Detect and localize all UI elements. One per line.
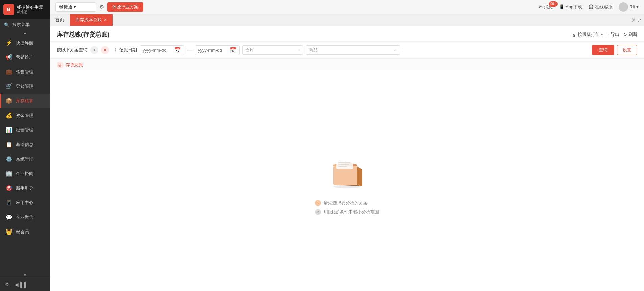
query-button[interactable]: 查询 — [592, 45, 614, 55]
company-name: 畅捷通 — [59, 4, 72, 10]
refresh-button[interactable]: ↻ 刷新 — [623, 31, 637, 38]
nav-icon-inventory: 📦 — [6, 98, 13, 104]
dropdown-chevron-icon: ▾ — [74, 4, 76, 9]
nav-icon-enterprise: 🏢 — [6, 170, 13, 177]
empty-tips: 1 请先选择要分析的方案 2 用[过滤]条件来缩小分析范围 — [315, 200, 379, 215]
sidebar-item-enterprise[interactable]: 🏢企业协同 — [0, 166, 50, 181]
app-download-icon: 📱 — [559, 4, 564, 9]
filter-add-button[interactable]: + — [90, 46, 98, 54]
app-logo: B 畅捷通好生意 标准版 — [0, 0, 50, 19]
sidebar-nav: ⚡快捷导航📢营销推广💼销售管理🛒采购管理📦库存核算💰资金管理📊经营管理📋基础信息… — [0, 35, 50, 273]
svg-rect-0 — [333, 166, 357, 185]
sidebar-item-member[interactable]: 👑畅会员 — [0, 224, 50, 239]
sidebar-item-marketing[interactable]: 📢营销推广 — [0, 50, 50, 65]
scheme-item[interactable]: ◎ 存货总账 — [57, 62, 83, 68]
sidebar-item-beginner[interactable]: 🎯新手引导 — [0, 181, 50, 195]
sidebar-item-operations[interactable]: 📊经营管理 — [0, 123, 50, 137]
product-select[interactable]: 商品 ··· — [306, 45, 400, 55]
panel-resize-icon[interactable]: ⤢ — [637, 17, 641, 23]
empty-illustration-svg — [327, 153, 367, 190]
user-chevron-icon: ▾ — [636, 4, 639, 9]
date-label: 记账日期 — [119, 47, 137, 53]
nav-icon-purchase: 🛒 — [6, 83, 13, 90]
page-title: 库存总账(存货总账) — [57, 30, 572, 39]
filter-label: 按以下方案查询 — [57, 47, 88, 53]
scroll-up-button[interactable]: ▲ — [0, 30, 50, 35]
print-icon: 🖨 — [572, 32, 576, 37]
scheme-label: 存货总账 — [66, 62, 83, 68]
warehouse-select[interactable]: 仓库 ··· — [242, 45, 303, 55]
settings-button[interactable]: 设置 — [617, 45, 637, 55]
filter-clear-button[interactable]: ✕ — [101, 46, 109, 54]
sidebar-item-quick-nav[interactable]: ⚡快捷导航 — [0, 35, 50, 50]
filter-row: 按以下方案查询 + ✕ 《 记账日期 📅 — 📅 仓库 ··· — [57, 45, 637, 55]
warehouse-more-icon: ··· — [297, 48, 300, 52]
user-name: Rit — [629, 4, 635, 9]
message-icon: ✉ — [539, 4, 543, 9]
date-separator: — — [187, 47, 192, 53]
sidebar-item-app-center[interactable]: 📱应用中心 — [0, 195, 50, 210]
sound-footer-icon[interactable]: ◀▐▐ — [15, 282, 26, 288]
svg-marker-5 — [357, 166, 362, 186]
message-button[interactable]: ✉ 消息 99+ — [539, 4, 553, 10]
date-end-field[interactable] — [198, 48, 228, 53]
company-dropdown[interactable]: 畅捷通 ▾ — [55, 2, 96, 12]
search-icon: 🔍 — [4, 22, 9, 27]
page-header-actions: 🖨 按模板打印 ▾ ↑ 导出 ↻ 刷新 — [572, 31, 638, 38]
nav-icon-system: ⚙️ — [6, 156, 13, 162]
nav-icon-quick-nav: ⚡ — [6, 40, 13, 46]
date-start-input[interactable]: 📅 — [140, 45, 184, 55]
refresh-icon: ↻ — [623, 32, 627, 37]
tip-num-1: 1 — [315, 200, 321, 206]
empty-illustration — [327, 153, 367, 193]
nav-icon-beginner: 🎯 — [6, 185, 13, 191]
settings-footer-icon[interactable]: ⚙ — [5, 282, 9, 288]
nav-icon-wechat: 💬 — [6, 214, 13, 220]
tip-num-2: 2 — [315, 209, 321, 215]
scroll-down-button[interactable]: ▼ — [0, 273, 50, 278]
nav-icon-member: 👑 — [6, 228, 13, 235]
print-button[interactable]: 🖨 按模板打印 ▾ — [572, 31, 603, 38]
scheme-icon: ◎ — [57, 62, 64, 68]
tab-inventory-cost[interactable]: 库存成本总账 ✕ — [70, 14, 113, 26]
inner-page: 库存总账(存货总账) 🖨 按模板打印 ▾ ↑ 导出 ↻ 刷新 — [50, 26, 644, 291]
industry-button[interactable]: 体验行业方案 — [107, 2, 143, 12]
svg-point-11 — [333, 185, 361, 188]
tab-close-icon[interactable]: ✕ — [104, 18, 107, 22]
sidebar-item-purchase[interactable]: 🛒采购管理 — [0, 79, 50, 94]
gear-icon[interactable]: ⚙ — [99, 4, 104, 10]
online-service-button[interactable]: 🎧 在线客服 — [588, 4, 613, 10]
date-end-input[interactable]: 📅 — [195, 45, 240, 55]
export-button[interactable]: ↑ 导出 — [607, 31, 620, 38]
product-label: 商品 — [309, 47, 318, 53]
empty-tip-2: 2 用[过滤]条件来缩小分析范围 — [315, 209, 379, 215]
topbar: 畅捷通 ▾ ⚙ 体验行业方案 ✉ 消息 99+ 📱 App下载 🎧 在线客服 R… — [50, 0, 644, 14]
filter-collapse-icon[interactable]: 《 — [112, 47, 117, 53]
logo-text: 畅捷通好生意 标准版 — [17, 5, 43, 14]
page-header: 库存总账(存货总账) 🖨 按模板打印 ▾ ↑ 导出 ↻ 刷新 — [50, 26, 644, 42]
nav-icon-finance: 💰 — [6, 112, 13, 119]
sidebar-item-wechat[interactable]: 💬企业微信 — [0, 210, 50, 224]
logo-icon: B — [3, 4, 14, 15]
empty-tip-1: 1 请先选择要分析的方案 — [315, 200, 379, 206]
calendar-start-icon[interactable]: 📅 — [174, 47, 181, 53]
calendar-end-icon[interactable]: 📅 — [230, 47, 237, 53]
tab-home[interactable]: 首页 — [50, 14, 70, 26]
tab-home-label: 首页 — [55, 17, 64, 23]
nav-icon-operations: 📊 — [6, 127, 13, 133]
main-area: 畅捷通 ▾ ⚙ 体验行业方案 ✉ 消息 99+ 📱 App下载 🎧 在线客服 R… — [50, 0, 644, 291]
panel-controls: ✕ ⤢ — [631, 17, 644, 23]
sidebar-item-finance[interactable]: 💰资金管理 — [0, 108, 50, 123]
date-start-field[interactable] — [143, 48, 173, 53]
user-menu[interactable]: Rit ▾ — [619, 2, 639, 12]
sidebar-item-sales[interactable]: 💼销售管理 — [0, 65, 50, 79]
panel-close-icon[interactable]: ✕ — [631, 17, 636, 23]
sidebar-item-inventory[interactable]: 📦库存核算 — [0, 94, 50, 108]
search-menu-item[interactable]: 🔍 搜索菜单 — [0, 19, 50, 30]
app-download-button[interactable]: 📱 App下载 — [559, 4, 582, 10]
scheme-row: ◎ 存货总账 — [50, 59, 644, 70]
nav-icon-basic-info: 📋 — [6, 141, 13, 148]
sidebar-item-basic-info[interactable]: 📋基础信息 — [0, 137, 50, 152]
sidebar-item-system[interactable]: ⚙️系统管理 — [0, 152, 50, 166]
print-chevron-icon: ▾ — [601, 32, 603, 37]
